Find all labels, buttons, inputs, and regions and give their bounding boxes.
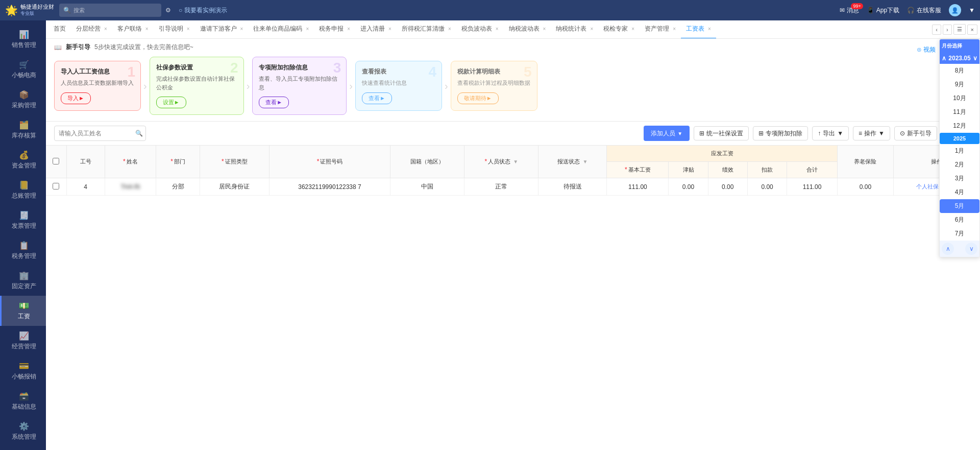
tab-suode[interactable]: 所得税汇算清缴 ×: [397, 20, 456, 39]
tab-close-jinru[interactable]: ×: [388, 26, 391, 32]
tab-gongzi[interactable]: 工资表 ×: [681, 20, 716, 39]
tab-wanglai[interactable]: 往来单位商品编码 ×: [248, 20, 314, 39]
export-btn[interactable]: ↑ 导出 ▼: [812, 126, 849, 140]
step-btn-3[interactable]: 查看►: [259, 97, 289, 108]
tab-kehu[interactable]: 客户联络 ×: [112, 20, 154, 39]
add-employee-btn[interactable]: 添加人员 ▼: [644, 126, 690, 141]
tab-fenceng[interactable]: 分层经营 ×: [71, 20, 112, 39]
sidebar-item-sales[interactable]: 📊 销售管理: [0, 25, 46, 55]
app-download-btn[interactable]: 📱 App下载: [867, 6, 899, 15]
year-2025[interactable]: 2025: [940, 133, 979, 144]
month-next-year-btn[interactable]: ∨: [973, 55, 977, 62]
month-2[interactable]: 2月: [940, 158, 979, 172]
sidebar-item-coop[interactable]: 🤝 企业协同: [0, 446, 46, 450]
month-1[interactable]: 1月: [940, 144, 979, 158]
month-5[interactable]: 5月: [940, 199, 979, 213]
tab-nashui[interactable]: 纳税波动表 ×: [504, 20, 551, 39]
tab-close-gongzi[interactable]: ×: [708, 26, 711, 32]
sidebar-item-payroll[interactable]: 💵 工资: [0, 296, 46, 326]
tab-next-btn[interactable]: ›: [943, 25, 952, 35]
message-badge: 99+: [851, 3, 863, 9]
sidebar-item-ecommerce[interactable]: 🛒 小畅电商: [0, 55, 46, 85]
sidebar-item-invoice[interactable]: 🧾 发票管理: [0, 205, 46, 235]
month-3[interactable]: 3月: [940, 172, 979, 185]
tab-close-shuijian[interactable]: ×: [631, 26, 634, 32]
tab-close-kehu[interactable]: ×: [145, 26, 149, 32]
month-4[interactable]: 4月: [940, 185, 979, 199]
set-extra-btn[interactable]: ⊞ 专项附加扣除: [753, 126, 808, 140]
set-social-btn[interactable]: ⊞ 统一社保设置: [694, 126, 749, 140]
content-area: 首页 分层经营 × 客户联络 × 引导说明 × 邀请下游客户 × 往来单位商品编…: [46, 20, 980, 450]
action-social-link[interactable]: 个人社保: [916, 183, 939, 190]
th-checkbox: [46, 146, 66, 178]
guide-btn[interactable]: ⊙ 新手引导: [894, 126, 937, 140]
tab-shuijian[interactable]: 税检专家 ×: [598, 20, 640, 39]
operations-btn[interactable]: ≡ 操作 ▼: [853, 126, 890, 140]
intro-guide-header: 📖 新手引导 5步快速完成设置，快去完善信息吧~ ⊙ 视频 | ⊙ 帮助 ×: [54, 43, 972, 57]
report-filter-icon[interactable]: ▼: [582, 159, 587, 164]
tab-zichan[interactable]: 资产管理 ×: [640, 20, 681, 39]
tab-close-zichan[interactable]: ×: [673, 26, 676, 32]
month-11[interactable]: 11月: [940, 105, 979, 119]
sidebar-item-tax[interactable]: 📋 税务管理: [0, 235, 46, 266]
tab-close-nashui[interactable]: ×: [543, 26, 546, 32]
tab-shuifu[interactable]: 税负波动表 ×: [456, 20, 504, 39]
gear-icon-top[interactable]: ⚙: [165, 7, 171, 14]
search-input-top[interactable]: [74, 7, 157, 13]
tab-close-suode[interactable]: ×: [448, 26, 451, 32]
month-9[interactable]: 9月: [940, 78, 979, 91]
tab-close-wanglai[interactable]: ×: [306, 26, 309, 32]
top-search-box[interactable]: 🔍: [59, 4, 161, 17]
employee-search-input[interactable]: [54, 126, 146, 141]
user-avatar[interactable]: 👤: [949, 4, 961, 16]
sidebar-item-marketing[interactable]: 💳 小畅报销: [0, 356, 46, 386]
sidebar-item-inventory[interactable]: 🗂️ 库存核算: [0, 115, 46, 145]
step-btn-2[interactable]: 设置►: [156, 97, 186, 108]
sidebar-item-finance[interactable]: 💰 资金管理: [0, 145, 46, 175]
sidebar-item-operations[interactable]: 📈 经营管理: [0, 326, 46, 356]
month-7[interactable]: 7月: [940, 227, 979, 241]
online-service-btn[interactable]: 🎧 在线客服: [907, 6, 941, 15]
month-10[interactable]: 10月: [940, 91, 979, 105]
tab-close-yaoqing[interactable]: ×: [240, 26, 243, 32]
tab-shuiwu[interactable]: 税务申报 ×: [314, 20, 355, 39]
sidebar-item-system[interactable]: ⚙️ 系统管理: [0, 416, 46, 446]
select-all-checkbox[interactable]: [53, 158, 59, 164]
tab-yindao[interactable]: 引导说明 ×: [154, 20, 195, 39]
demo-link[interactable]: ○ 我要看实例演示: [179, 6, 227, 15]
row-select-checkbox[interactable]: [53, 183, 59, 190]
tab-close-shuifu[interactable]: ×: [496, 26, 499, 32]
step-btn-5[interactable]: 敬请期待►: [457, 92, 499, 104]
video-link[interactable]: ⊙ 视频: [917, 45, 936, 54]
tab-close-nstj[interactable]: ×: [590, 26, 593, 32]
user-name-btn[interactable]: ▼: [969, 7, 975, 14]
sidebar-item-basic[interactable]: 🗃️ 基础信息: [0, 386, 46, 416]
month-panel-down-btn[interactable]: ∨: [965, 243, 977, 255]
step-btn-1[interactable]: 导入►: [61, 92, 91, 104]
tab-close-shuiwu[interactable]: ×: [347, 26, 350, 32]
tab-home[interactable]: 首页: [48, 20, 71, 39]
tab-close-all-btn[interactable]: ×: [967, 25, 977, 35]
tab-yaoqing[interactable]: 邀请下游客户 ×: [195, 20, 249, 39]
sidebar-item-assets[interactable]: 🏢 固定资产: [0, 266, 46, 296]
month-8[interactable]: 8月: [940, 64, 979, 78]
month-prev-year-btn[interactable]: ∧: [942, 55, 946, 62]
sidebar-item-ledger[interactable]: 📒 总账管理: [0, 175, 46, 205]
month-panel[interactable]: 月份选择 ∧ 2023.05 ∨ 8月 9月 10月 11月 12月 2025 …: [939, 39, 980, 257]
tab-close-fenceng[interactable]: ×: [104, 26, 107, 32]
sidebar-item-purchase[interactable]: 📦 采购管理: [0, 85, 46, 115]
tab-menu-btn[interactable]: ☰: [953, 24, 966, 35]
cell-name: THA Ri: [105, 178, 156, 196]
month-6[interactable]: 6月: [940, 213, 979, 227]
cell-id-number: 36232119990122338 7: [269, 178, 390, 196]
status-filter-icon[interactable]: ▼: [513, 159, 518, 164]
tab-nstj[interactable]: 纳税统计表 ×: [551, 20, 598, 39]
message-btn[interactable]: ✉ 消息 99+: [840, 6, 859, 15]
tab-prev-btn[interactable]: ‹: [932, 25, 941, 35]
search-execute-icon[interactable]: 🔍: [135, 130, 143, 137]
step-btn-4[interactable]: 查看►: [362, 92, 392, 104]
month-panel-up-btn[interactable]: ∧: [942, 243, 954, 255]
tab-close-yindao[interactable]: ×: [187, 26, 190, 32]
month-12[interactable]: 12月: [940, 119, 979, 133]
tab-jinru[interactable]: 进入清册 ×: [355, 20, 397, 39]
